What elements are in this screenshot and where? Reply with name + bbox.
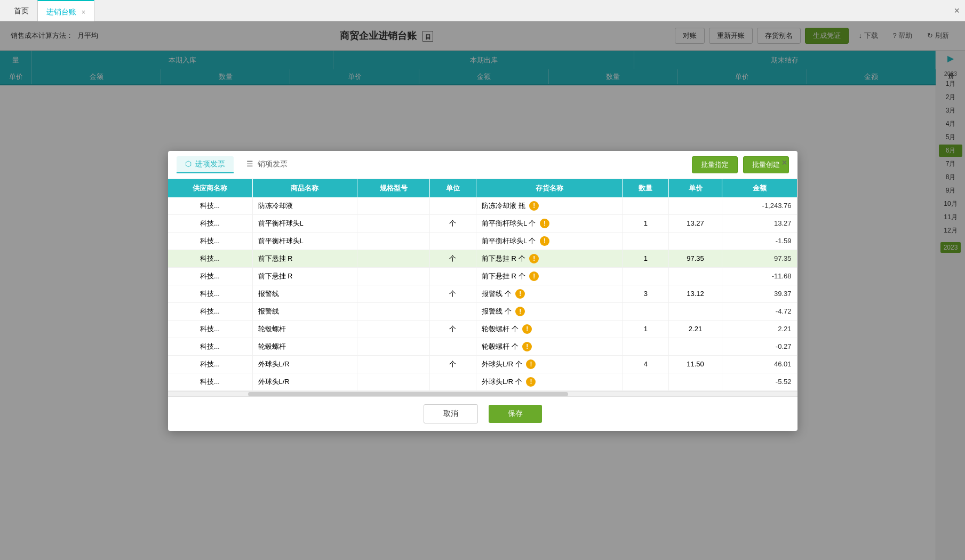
warning-icon: !	[526, 377, 536, 387]
table-row[interactable]: 科技...报警线个报警线 个 !313.1239.37	[168, 285, 797, 302]
table-row[interactable]: 科技...轮毂螺杆轮毂螺杆 个 !-0.27	[168, 338, 797, 355]
warning-icon: !	[522, 342, 532, 351]
col-amount: 金额	[722, 179, 797, 197]
col-supplier: 供应商名称	[168, 179, 253, 197]
horizontal-scrollbar[interactable]	[168, 391, 797, 396]
table-row[interactable]: 科技...报警线报警线 个 !-4.72	[168, 302, 797, 320]
window-close-button[interactable]: ×	[954, 0, 960, 21]
col-qty: 数量	[623, 179, 669, 197]
invoice-modal: ⬡ 进项发票 ☰ 销项发票 批量指定 批量创建 × 供应	[168, 151, 797, 431]
col-inventory: 存货名称	[476, 179, 622, 197]
invoice-table: 供应商名称 商品名称 规格型号 单位 存货名称 数量 单价 金额 科技...防冻…	[168, 179, 797, 391]
warning-icon: !	[529, 271, 539, 281]
modal-table-wrap: 供应商名称 商品名称 规格型号 单位 存货名称 数量 单价 金额 科技...防冻…	[168, 179, 797, 391]
main-area: 销售成本计算方法： 月平均 商贸企业进销台账 目 对账 重新开账 存货别名 生成…	[0, 21, 965, 560]
col-price: 单价	[669, 179, 722, 197]
warning-icon: !	[522, 324, 532, 334]
table-row[interactable]: 科技...前下悬挂 R个前下悬挂 R 个 !197.3597.35	[168, 250, 797, 267]
table-row[interactable]: 科技...防冻冷却液防冻冷却液 瓶 !-1,243.76	[168, 197, 797, 215]
modal-header: ⬡ 进项发票 ☰ 销项发票 批量指定 批量创建 ×	[168, 151, 797, 179]
tab-close-icon[interactable]: ×	[82, 9, 85, 16]
modal-actions: 批量指定 批量创建	[692, 156, 789, 173]
col-spec: 规格型号	[357, 179, 429, 197]
table-row[interactable]: 科技...轮毂螺杆个轮毂螺杆 个 !12.212.21	[168, 320, 797, 338]
tab-invoice-in[interactable]: ⬡ 进项发票	[177, 156, 234, 173]
modal-overlay: ⬡ 进项发票 ☰ 销项发票 批量指定 批量创建 × 供应	[0, 21, 965, 560]
modal-footer: 取消 保存	[168, 396, 797, 431]
warning-icon: !	[529, 254, 539, 263]
table-row[interactable]: 科技...前平衡杆球头L前平衡杆球头L 个 !-1.59	[168, 232, 797, 250]
table-row[interactable]: 科技...前下悬挂 R前下悬挂 R 个 !-11.68	[168, 267, 797, 285]
modal-close-button[interactable]: ×	[778, 156, 791, 169]
table-row[interactable]: 科技...前平衡杆球头L个前平衡杆球头L 个 !113.2713.27	[168, 214, 797, 232]
batch-assign-button[interactable]: 批量指定	[692, 156, 738, 173]
table-row[interactable]: 科技...外球头L/R个外球头L/R 个 !411.5046.01	[168, 355, 797, 373]
tab-ledger[interactable]: 进销台账 ×	[37, 0, 94, 21]
col-product: 商品名称	[252, 179, 357, 197]
tab-bar: 首页 进销台账 × ×	[0, 0, 965, 21]
warning-icon: !	[540, 219, 549, 228]
invoice-in-icon: ⬡	[185, 159, 192, 168]
warning-icon: !	[526, 359, 536, 369]
warning-icon: !	[540, 236, 549, 246]
warning-icon: !	[529, 201, 539, 211]
scrollbar-thumb[interactable]	[248, 392, 568, 396]
table-row[interactable]: 科技...外球头L/R外球头L/R 个 !-5.52	[168, 373, 797, 390]
cancel-button[interactable]: 取消	[424, 404, 478, 423]
save-button[interactable]: 保存	[489, 405, 542, 423]
warning-icon: !	[515, 307, 525, 316]
warning-icon: !	[515, 289, 525, 299]
tab-invoice-out[interactable]: ☰ 销项发票	[238, 156, 296, 173]
tab-home[interactable]: 首页	[5, 0, 37, 21]
col-unit: 单位	[429, 179, 476, 197]
invoice-out-icon: ☰	[246, 159, 253, 168]
